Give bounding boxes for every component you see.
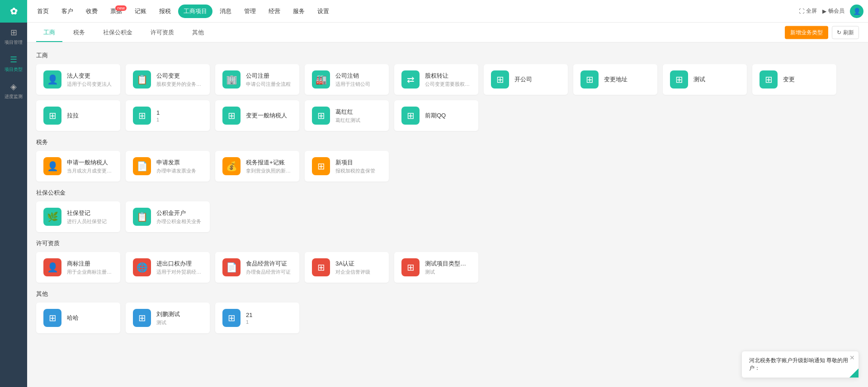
card-icon-apply-invoice: 📄 — [133, 157, 151, 175]
add-type-button[interactable]: 新增业务类型 — [785, 26, 828, 39]
card-qianqi-qq[interactable]: ⊞前期QQ — [394, 100, 478, 131]
card-text-test1: 测试 — [693, 75, 740, 84]
card-text-change1: 变更 — [783, 75, 829, 84]
card-haha[interactable]: ⊞哈哈 — [36, 303, 120, 333]
card-icon-change-taxpayer: ⊞ — [222, 107, 241, 125]
card-num21[interactable]: ⊞211 — [215, 303, 299, 333]
card-test1[interactable]: ⊞测试 — [663, 64, 747, 95]
card-icon-change-address: ⊞ — [580, 70, 599, 89]
card-title-new-project: 新项目 — [335, 159, 382, 167]
cards-grid-tax-section: 👤申请一般纳税人当月或次月成变更完成📄申请发票办理申请发票业务💰税务报道+记账拿… — [36, 151, 859, 182]
sidebar-item-project-type[interactable]: ☰ 项目类型 — [5, 50, 23, 77]
card-legal-change[interactable]: 👤法人变更适用于公司变更法人 — [36, 64, 120, 95]
nav-item-industrial[interactable]: 工商项目 — [178, 5, 212, 18]
cards-grid-industrial-section: 👤法人变更适用于公司变更法人📋公司变更股权变更外的业务变更🏢公司注册申请公司注册… — [36, 64, 859, 131]
card-apply-invoice[interactable]: 📄申请发票办理申请发票业务 — [126, 151, 210, 182]
member-button[interactable]: ▶ 畅会员 — [822, 7, 844, 15]
section-tax-section: 税务👤申请一般纳税人当月或次月成变更完成📄申请发票办理申请发票业务💰税务报道+记… — [36, 138, 859, 182]
tab-items: 工商税务社保公积金许可资质其他 — [36, 24, 215, 42]
card-company-register[interactable]: 🏢公司注册申请公司注册全流程 — [215, 64, 299, 95]
card-test-type[interactable]: ⊞测试项目类型目定义测试 — [394, 252, 478, 283]
member-label: 畅会员 — [828, 7, 844, 15]
nav-item-operation[interactable]: 经营 — [263, 5, 286, 18]
card-trademark-register[interactable]: 👤商标注册用于企业商标注册服务 — [36, 252, 120, 283]
tab-social-tab[interactable]: 社保公积金 — [96, 24, 140, 42]
card-icon-food-license: 📄 — [222, 258, 241, 276]
nav-item-message[interactable]: 消息 — [214, 5, 237, 18]
card-import-export[interactable]: 🌐进出口权办理适用于对外贸易经营者 — [126, 252, 210, 283]
nav-item-settings[interactable]: 设置 — [312, 5, 335, 18]
card-tax-declare[interactable]: 💰税务报道+记账拿到营业执照的新公司 — [215, 151, 299, 182]
card-title-legal-change: 法人变更 — [67, 72, 113, 80]
card-company-cancel[interactable]: 🏭公司注销适用于注销公司 — [305, 64, 389, 95]
card-3a-cert[interactable]: ⊞3A认证对企业信誉评级 — [305, 252, 389, 283]
nav-item-service[interactable]: 服务 — [288, 5, 310, 18]
tab-bar-actions: 新增业务类型 ↻ 刷新 — [785, 26, 859, 39]
card-liupeng-test[interactable]: ⊞刘鹏测试测试 — [126, 303, 210, 333]
card-subtitle-food-license: 办理食品经营许可证 — [246, 269, 292, 275]
sidebar-item-progress-monitor[interactable]: ◈ 进度监测 — [5, 77, 23, 104]
card-change-address[interactable]: ⊞变更地址 — [573, 64, 657, 95]
sidebar-item-project-manage[interactable]: ⊞ 项目管理 — [5, 23, 23, 50]
card-icon-liupeng-test: ⊞ — [133, 309, 151, 327]
tab-other-tab[interactable]: 其他 — [185, 24, 211, 42]
nav-item-invoice[interactable]: 票据new — [105, 5, 127, 18]
cards-grid-social-section: 🌿社保登记进行人员社保登记📋公积金开户办理公积金相关业务 — [36, 201, 859, 232]
card-title-test1: 测试 — [693, 75, 740, 84]
nav-item-manage[interactable]: 管理 — [239, 5, 261, 18]
card-subtitle-mohonghong: 葛红红测试 — [335, 117, 382, 124]
card-text-num21: 211 — [246, 312, 292, 325]
nav-item-bookkeeping[interactable]: 记账 — [129, 5, 152, 18]
card-icon-company-change: 📋 — [133, 70, 151, 89]
tab-license-tab[interactable]: 许可资质 — [143, 24, 181, 42]
card-open-company[interactable]: ⊞开公司 — [484, 64, 568, 95]
card-new-project[interactable]: ⊞新项目报税加税控盘保管 — [305, 151, 389, 182]
nav-item-home[interactable]: 首页 — [32, 5, 54, 18]
card-title-qianqi-qq: 前期QQ — [425, 112, 471, 120]
card-subtitle-3a-cert: 对企业信誉评级 — [335, 269, 382, 275]
project-type-label: 项目类型 — [5, 67, 23, 72]
notification-close-button[interactable]: ✕ — [849, 354, 855, 361]
card-title-open-company: 开公司 — [514, 75, 561, 84]
card-text-lala: 拉拉 — [67, 112, 113, 120]
card-icon-test1: ⊞ — [670, 70, 688, 89]
card-title-num21: 21 — [246, 312, 292, 318]
logo-icon: ✿ — [10, 6, 18, 17]
tab-industrial-tab[interactable]: 工商 — [36, 24, 62, 42]
card-text-test-type: 测试项目类型目定义测试 — [425, 260, 471, 275]
card-change-taxpayer[interactable]: ⊞变更一般纳税人 — [215, 100, 299, 131]
card-subtitle-import-export: 适用于对外贸易经营者 — [156, 269, 203, 275]
card-text-apply-invoice: 申请发票办理申请发票业务 — [156, 159, 203, 174]
nav-item-tax[interactable]: 报税 — [154, 5, 176, 18]
tab-tax-tab[interactable]: 税务 — [66, 24, 92, 42]
card-food-license[interactable]: 📄食品经营许可证办理食品经营许可证 — [215, 252, 299, 283]
notification-arrow — [849, 368, 859, 378]
nav-item-billing[interactable]: 收费 — [80, 5, 103, 18]
tab-bar: 工商税务社保公积金许可资质其他 新增业务类型 ↻ 刷新 — [27, 23, 868, 42]
card-change1[interactable]: ⊞变更 — [752, 64, 836, 95]
card-lala[interactable]: ⊞拉拉 — [36, 100, 120, 131]
card-mohonghong[interactable]: ⊞葛红红葛红红测试 — [305, 100, 389, 131]
section-heading-social-section: 社保公积金 — [36, 189, 859, 197]
card-social-register[interactable]: 🌿社保登记进行人员社保登记 — [36, 201, 120, 232]
card-fund-account[interactable]: 📋公积金开户办理公积金相关业务 — [126, 201, 210, 232]
card-title-trademark-register: 商标注册 — [67, 260, 113, 268]
notification-popup: ✕ 河北税务数字账户升级影响通知 尊敬的用户： — [741, 351, 859, 378]
video-icon: ▶ — [822, 8, 826, 14]
card-company-change[interactable]: 📋公司变更股权变更外的业务变更 — [126, 64, 210, 95]
card-icon-new-project: ⊞ — [312, 157, 330, 175]
refresh-button[interactable]: ↻ 刷新 — [832, 26, 859, 39]
project-type-icon: ☰ — [8, 54, 19, 65]
card-title-equity-transfer: 股权转让 — [425, 72, 471, 80]
avatar-icon: 👤 — [853, 8, 861, 15]
nav-item-customer[interactable]: 客户 — [56, 5, 79, 18]
fullscreen-button[interactable]: ⛶ 全屏 — [799, 7, 817, 15]
card-num1[interactable]: ⊞11 — [126, 100, 210, 131]
card-text-num1: 11 — [156, 109, 203, 122]
card-apply-taxpayer[interactable]: 👤申请一般纳税人当月或次月成变更完成 — [36, 151, 120, 182]
avatar[interactable]: 👤 — [850, 5, 863, 18]
card-title-lala: 拉拉 — [67, 112, 113, 120]
card-icon-change1: ⊞ — [760, 70, 778, 89]
card-icon-trademark-register: 👤 — [43, 258, 61, 276]
card-equity-transfer[interactable]: ⇄股权转让公司变更需要股权转让 — [394, 64, 478, 95]
